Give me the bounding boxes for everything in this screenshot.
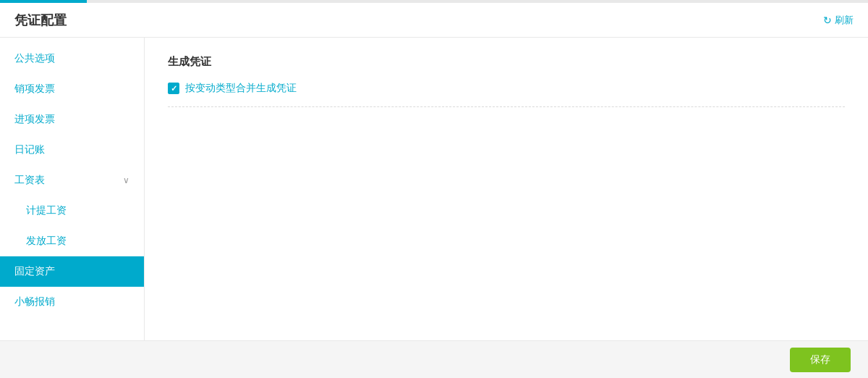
- top-tab-bar: [0, 0, 868, 3]
- sidebar-item-sales-invoice[interactable]: 销项发票: [0, 74, 144, 104]
- sidebar-item-label: 计提工资: [26, 204, 67, 217]
- checkbox-label: 按变动类型合并生成凭证: [185, 82, 297, 95]
- checkbox-row: 按变动类型合并生成凭证: [168, 82, 845, 95]
- refresh-button[interactable]: ↻ 刷新: [823, 14, 854, 27]
- sidebar-item-accrual-payroll[interactable]: 计提工资: [0, 196, 144, 226]
- body: 公共选项 销项发票 进项发票 日记账 工资表 ∨ 计提工资 发放工资 固定资: [0, 38, 868, 340]
- page-wrapper: 凭证配置 ↻ 刷新 公共选项 销项发票 进项发票 日记账 工资表 ∨: [0, 0, 868, 378]
- chevron-down-icon: ∨: [123, 175, 129, 185]
- sidebar-item-label: 小畅报销: [14, 295, 55, 308]
- section-divider: [168, 106, 845, 107]
- active-tab-indicator: [0, 0, 87, 3]
- refresh-icon: ↻: [823, 14, 832, 26]
- sidebar-item-label: 进项发票: [14, 113, 55, 126]
- sidebar-item-label: 公共选项: [14, 52, 55, 65]
- footer: 保存: [0, 340, 868, 378]
- section-title: 生成凭证: [168, 55, 845, 69]
- sidebar-item-label: 固定资产: [14, 265, 55, 278]
- refresh-label: 刷新: [835, 14, 854, 27]
- sidebar-item-payroll-table[interactable]: 工资表 ∨: [0, 165, 144, 196]
- sidebar-item-label: 工资表: [14, 174, 45, 187]
- save-button[interactable]: 保存: [790, 348, 851, 372]
- sidebar-item-public-options[interactable]: 公共选项: [0, 43, 144, 74]
- sidebar-item-purchase-invoice[interactable]: 进项发票: [0, 104, 144, 135]
- sidebar-item-fixed-assets[interactable]: 固定资产: [0, 256, 144, 287]
- merge-checkbox[interactable]: [168, 83, 179, 94]
- sidebar-item-journal[interactable]: 日记账: [0, 135, 144, 165]
- sidebar: 公共选项 销项发票 进项发票 日记账 工资表 ∨ 计提工资 发放工资 固定资: [0, 38, 145, 340]
- sidebar-item-distribute-payroll[interactable]: 发放工资: [0, 226, 144, 256]
- sidebar-item-label: 日记账: [14, 143, 45, 156]
- main-content: 生成凭证 按变动类型合并生成凭证: [145, 38, 868, 340]
- sidebar-item-label: 发放工资: [26, 235, 67, 248]
- header: 凭证配置 ↻ 刷新: [0, 3, 868, 38]
- sidebar-item-label: 销项发票: [14, 83, 55, 96]
- page-title: 凭证配置: [14, 12, 67, 29]
- sidebar-item-expense-reimbursement[interactable]: 小畅报销: [0, 287, 144, 317]
